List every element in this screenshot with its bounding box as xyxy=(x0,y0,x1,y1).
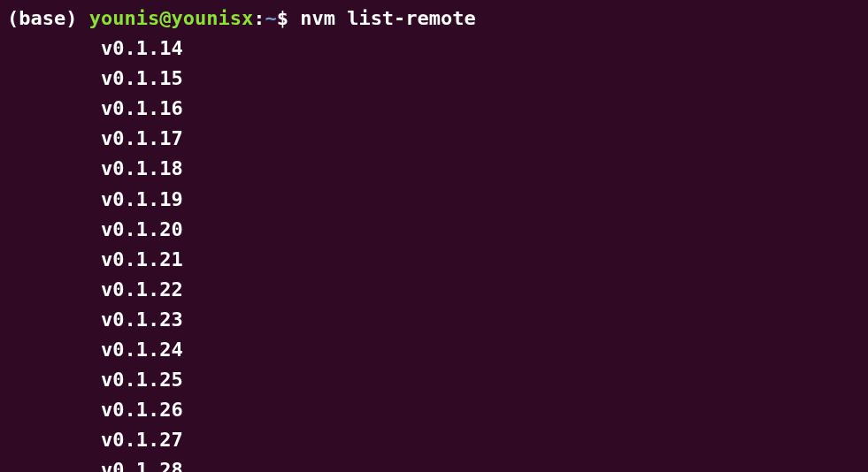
version-line: v0.1.27 xyxy=(7,425,861,455)
version-line: v0.1.25 xyxy=(7,365,861,395)
version-line: v0.1.15 xyxy=(7,64,861,94)
prompt-dollar: $ xyxy=(277,7,301,29)
version-line: v0.1.24 xyxy=(7,335,861,365)
prompt-env: (base) xyxy=(7,7,89,29)
version-line: v0.1.19 xyxy=(7,185,861,215)
version-line: v0.1.17 xyxy=(7,124,861,154)
terminal-output: v0.1.14 v0.1.15 v0.1.16 v0.1.17 v0.1.18 … xyxy=(7,34,861,472)
command-input: nvm list-remote xyxy=(300,7,476,29)
version-line: v0.1.14 xyxy=(7,34,861,64)
prompt-colon: : xyxy=(253,7,265,29)
version-line: v0.1.20 xyxy=(7,215,861,245)
prompt-path: ~ xyxy=(265,7,276,29)
version-line: v0.1.23 xyxy=(7,305,861,335)
version-line: v0.1.26 xyxy=(7,395,861,425)
version-line: v0.1.28 xyxy=(7,455,861,472)
version-line: v0.1.18 xyxy=(7,154,861,184)
version-line: v0.1.22 xyxy=(7,275,861,305)
version-line: v0.1.21 xyxy=(7,245,861,275)
prompt-user-host: younis@younisx xyxy=(89,7,253,29)
version-line: v0.1.16 xyxy=(7,94,861,124)
terminal-prompt-line[interactable]: (base) younis@younisx:~$ nvm list-remote xyxy=(7,4,861,34)
